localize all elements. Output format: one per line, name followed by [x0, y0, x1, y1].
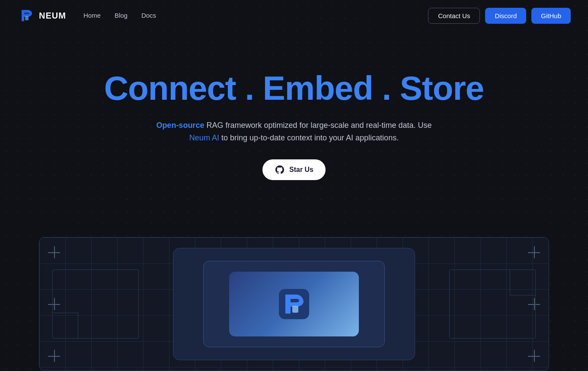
nav-link-docs[interactable]: Docs: [141, 12, 156, 19]
star-us-label: Star Us: [289, 166, 313, 174]
nav-link-home[interactable]: Home: [83, 12, 101, 19]
graphic-outer-box: [39, 237, 549, 371]
nav-item-home[interactable]: Home: [83, 12, 101, 19]
hero-title: Connect . Embed . Store: [104, 70, 484, 107]
star-button-container: Star Us: [262, 159, 326, 180]
deco-block-right: [449, 270, 536, 339]
hero-subtitle-part2: RAG framework optimized for large-scale …: [204, 121, 431, 130]
star-us-button[interactable]: Star Us: [262, 159, 326, 180]
hero-graphic-container: [0, 233, 588, 371]
nested-box-2: [203, 261, 385, 347]
contact-us-button[interactable]: Contact Us: [428, 8, 480, 24]
nav-item-docs[interactable]: Docs: [141, 12, 156, 19]
logo-text: NEUM: [39, 11, 66, 21]
crosshair-bottom-left: [48, 350, 60, 362]
navbar: NEUM Home Blog Docs Contact Us Discord G…: [0, 0, 588, 31]
github-button[interactable]: GitHub: [531, 8, 571, 24]
svg-rect-3: [292, 306, 298, 313]
nested-box-1: [173, 248, 415, 360]
logo-container[interactable]: NEUM: [17, 6, 66, 25]
svg-rect-1: [25, 16, 29, 20]
crosshair-top-right: [528, 246, 540, 258]
github-octocat-icon: [275, 165, 285, 175]
crosshair-bottom-right: [528, 350, 540, 362]
discord-button[interactable]: Discord: [485, 8, 526, 24]
nav-links: Home Blog Docs: [83, 12, 156, 19]
hero-open-source-label: Open-source: [156, 121, 204, 130]
crosshair-top-left: [48, 246, 60, 258]
nested-box-3: [229, 272, 359, 336]
nav-link-blog[interactable]: Blog: [115, 12, 128, 19]
hero-subtitle-part3: to bring up-to-date context into your AI…: [219, 133, 399, 142]
nav-right: Contact Us Discord GitHub: [428, 8, 571, 24]
neum-logo-icon: [17, 6, 35, 25]
center-neum-logo: [277, 287, 311, 321]
nav-item-blog[interactable]: Blog: [115, 12, 128, 19]
nav-left: NEUM Home Blog Docs: [17, 6, 156, 25]
hero-subtitle: Open-source RAG framework optimized for …: [156, 119, 432, 144]
deco-block-left: [52, 270, 139, 339]
hero-neum-ai-link[interactable]: Neum AI: [189, 133, 219, 142]
hero-section: Connect . Embed . Store Open-source RAG …: [0, 31, 588, 180]
